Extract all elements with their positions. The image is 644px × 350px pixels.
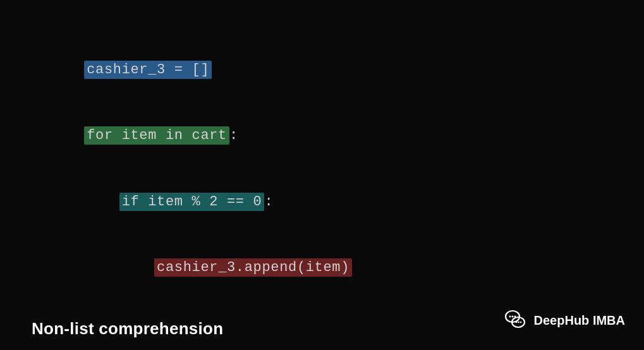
svg-point-6 <box>518 322 519 323</box>
code-colon-1: : <box>229 128 238 143</box>
code-highlight-blue-1: cashier_3 = [] <box>84 61 212 79</box>
watermark-text: DeepHub IMBA <box>534 313 625 328</box>
code-line-3: if item % 2 == 0: <box>32 170 612 234</box>
code-highlight-green-1: for item in cart <box>84 126 229 145</box>
wechat-icon <box>504 308 528 332</box>
code-highlight-darkred-1: cashier_3.append(item) <box>154 258 352 277</box>
code-line-1: cashier_3 = [] <box>32 38 612 102</box>
svg-point-2 <box>511 316 513 318</box>
watermark: DeepHub IMBA <box>504 308 625 332</box>
code-highlight-teal-1: if item % 2 == 0 <box>119 193 265 211</box>
code-indent-2 <box>84 260 154 275</box>
svg-point-1 <box>509 316 511 318</box>
code-line-4: cashier_3.append(item) <box>32 236 612 300</box>
main-container: cashier_3 = [] for item in cart: if item… <box>0 0 644 350</box>
code-line-2: for item in cart: <box>32 104 612 168</box>
wechat-svg <box>504 308 528 332</box>
svg-point-5 <box>515 322 517 323</box>
svg-point-7 <box>519 322 521 323</box>
code-block-nonlist: cashier_3 = [] for item in cart: if item… <box>32 38 612 301</box>
code-colon-2: : <box>264 194 273 210</box>
code-indent-1 <box>84 194 119 210</box>
